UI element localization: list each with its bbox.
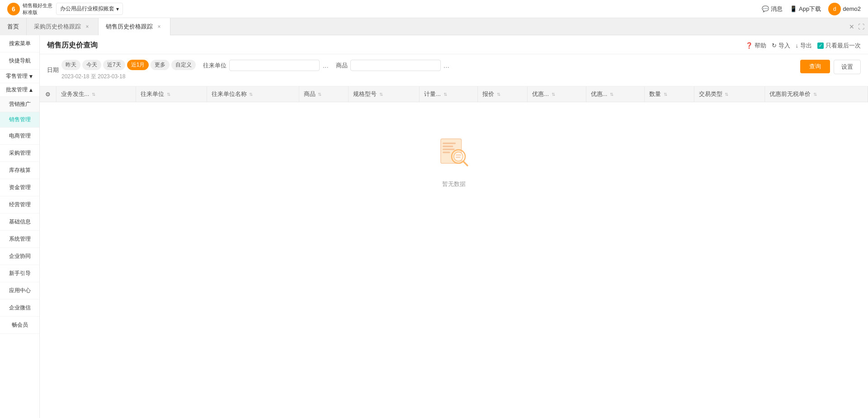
goods-input[interactable] (350, 60, 441, 71)
setting-button[interactable]: 设置 (834, 60, 861, 74)
goods-dots-button[interactable]: ... (443, 62, 449, 70)
only-last-checkbox-group[interactable]: 只看最后一次 (817, 42, 861, 50)
sidebar-item-label: 库存核算 (9, 166, 31, 174)
sidebar-item-wholesale[interactable]: 批发管理 ▲ (0, 83, 39, 97)
th-discount2[interactable]: 优惠... ⇅ (586, 86, 644, 102)
partner-input[interactable] (229, 60, 320, 71)
th-pre-tax-price[interactable]: 优惠前无税单价 ⇅ (765, 86, 868, 102)
import-button[interactable]: ↻ 导入 (772, 42, 790, 50)
sort-icon: ⇅ (664, 92, 667, 97)
page-header: 销售历史价查询 ❓ 帮助 ↻ 导入 ↓ 导出 只看最后一次 (40, 35, 868, 54)
page-title: 销售历史价查询 (47, 41, 98, 50)
download-icon: 📱 (790, 5, 797, 12)
tab-purchase-close[interactable]: × (84, 23, 91, 30)
top-bar-right: 💬 消息 📱 App下载 d demo2 (762, 3, 861, 15)
sidebar-item-purchase-mgmt[interactable]: 采购管理 (0, 145, 39, 162)
tab-purchase[interactable]: 采购历史价格跟踪 × (27, 18, 99, 35)
table-header-row: ⚙ 业务发生... ⇅ 往来单位 ⇅ 往来单位名称 ⇅ (40, 86, 868, 102)
sidebar-item-sales-mgmt[interactable]: 销售管理 (0, 112, 39, 128)
th-qty[interactable]: 数量 ⇅ (644, 86, 694, 102)
sidebar-item-guide[interactable]: 新手引导 (0, 265, 39, 282)
th-goods[interactable]: 商品 ⇅ (299, 86, 349, 102)
th-spec[interactable]: 规格型号 ⇅ (349, 86, 420, 102)
close-window-icon[interactable]: ✕ (849, 23, 854, 30)
sort-icon: ⇅ (497, 92, 500, 97)
tab-sales-close[interactable]: × (156, 23, 163, 30)
date-btn-today[interactable]: 今天 (82, 60, 101, 70)
sidebar-item-label: 基础信息 (9, 218, 31, 226)
th-partner-name[interactable]: 往来单位名称 ⇅ (207, 86, 299, 102)
sidebar-item-enterprise[interactable]: 企业协同 (0, 248, 39, 265)
partner-dots-button[interactable]: ... (322, 62, 328, 70)
date-range-display: 2023-02-18 至 2023-03-18 (61, 73, 196, 81)
empty-text: 暂无数据 (442, 180, 466, 188)
app-download-label: App下载 (799, 5, 821, 13)
sort-icon: ⇅ (379, 92, 383, 97)
workspace-selector[interactable]: 办公用品行业模拟账套 ▾ (56, 3, 123, 15)
content-area: 销售历史价查询 ❓ 帮助 ↻ 导入 ↓ 导出 只看最后一次 (40, 35, 868, 418)
sidebar-item-operations[interactable]: 经营管理 (0, 196, 39, 214)
sidebar-item-enterprise-wechat[interactable]: 企业微信 (0, 299, 39, 317)
th-trade-type[interactable]: 交易类型 ⇅ (694, 86, 765, 102)
svg-rect-2 (443, 146, 453, 147)
sidebar-item-finance[interactable]: 资金管理 (0, 179, 39, 196)
workspace-name: 办公用品行业模拟账套 (60, 5, 114, 13)
tabs-bar-right: ✕ ⛶ (849, 23, 868, 30)
only-last-checkbox[interactable] (817, 43, 824, 49)
sidebar-item-label: 畅会员 (12, 321, 28, 329)
sidebar-sub-item-label: 销售管理 (9, 116, 31, 123)
sort-icon: ⇅ (813, 92, 817, 97)
sidebar-item-app-center[interactable]: 应用中心 (0, 282, 39, 299)
date-btn-7days[interactable]: 近7天 (103, 60, 125, 70)
th-biz-date[interactable]: 业务发生... ⇅ (56, 86, 136, 102)
sidebar-item-marketing[interactable]: 营销推广 (0, 97, 39, 112)
goods-input-group: ... (350, 60, 449, 71)
export-label: 导出 (800, 42, 812, 50)
svg-line-7 (463, 161, 467, 166)
main-layout: 搜索菜单 快捷导航 零售管理 ▼ 批发管理 ▲ 营销推广 销售管理 电商管理 采… (0, 35, 868, 418)
th-partner-code[interactable]: 往来单位 ⇅ (136, 86, 207, 102)
sidebar-item-label: 快捷导航 (9, 57, 31, 65)
svg-rect-1 (443, 142, 456, 144)
tab-sales[interactable]: 销售历史价格跟踪 × (99, 18, 170, 35)
help-button[interactable]: ❓ 帮助 (745, 42, 766, 50)
sidebar-item-basic-info[interactable]: 基础信息 (0, 214, 39, 231)
date-btn-more[interactable]: 更多 (151, 60, 170, 70)
th-quote[interactable]: 报价 ⇅ (478, 86, 528, 102)
sidebar-item-label: 新手引导 (9, 270, 31, 277)
goods-filter-group: 商品 ... (336, 60, 449, 71)
sidebar-item-ecommerce[interactable]: 电商管理 (0, 128, 39, 145)
tab-purchase-label: 采购历史价格跟踪 (34, 23, 81, 31)
query-button[interactable]: 查询 (800, 60, 830, 73)
data-table: ⚙ 业务发生... ⇅ 往来单位 ⇅ 往来单位名称 ⇅ (40, 86, 868, 102)
sidebar-item-search[interactable]: 搜索菜单 (0, 35, 39, 52)
chevron-down-icon: ▼ (28, 73, 34, 80)
message-label: 消息 (771, 5, 783, 13)
user-profile[interactable]: d demo2 (828, 3, 861, 15)
sidebar-item-shortcuts[interactable]: 快捷导航 (0, 52, 39, 70)
sidebar: 搜索菜单 快捷导航 零售管理 ▼ 批发管理 ▲ 营销推广 销售管理 电商管理 采… (0, 35, 40, 418)
sidebar-item-retail[interactable]: 零售管理 ▼ (0, 70, 39, 83)
th-gear[interactable]: ⚙ (40, 86, 56, 102)
date-filter-label: 日期 (47, 66, 59, 74)
sidebar-item-inventory[interactable]: 库存核算 (0, 162, 39, 179)
message-button[interactable]: 💬 消息 (762, 5, 783, 13)
sidebar-item-member[interactable]: 畅会员 (0, 317, 39, 334)
message-icon: 💬 (762, 5, 769, 12)
th-unit[interactable]: 计量... ⇅ (420, 86, 478, 102)
sidebar-item-system[interactable]: 系统管理 (0, 231, 39, 248)
date-btn-custom[interactable]: 自定义 (171, 60, 196, 70)
date-btn-1month[interactable]: 近1月 (127, 60, 149, 70)
svg-point-6 (454, 152, 463, 161)
tab-home[interactable]: 首页 (0, 18, 27, 35)
sort-icon: ⇅ (552, 92, 555, 97)
export-button[interactable]: ↓ 导出 (796, 42, 812, 50)
import-icon: ↻ (772, 42, 777, 49)
tab-sales-label: 销售历史价格跟踪 (106, 23, 153, 31)
maximize-icon[interactable]: ⛶ (858, 23, 864, 30)
app-download-button[interactable]: 📱 App下载 (790, 5, 821, 13)
th-discount1[interactable]: 优惠... ⇅ (528, 86, 586, 102)
sort-icon: ⇅ (249, 92, 253, 97)
date-btn-yesterday[interactable]: 昨天 (61, 60, 80, 70)
sidebar-item-label: 系统管理 (9, 235, 31, 243)
